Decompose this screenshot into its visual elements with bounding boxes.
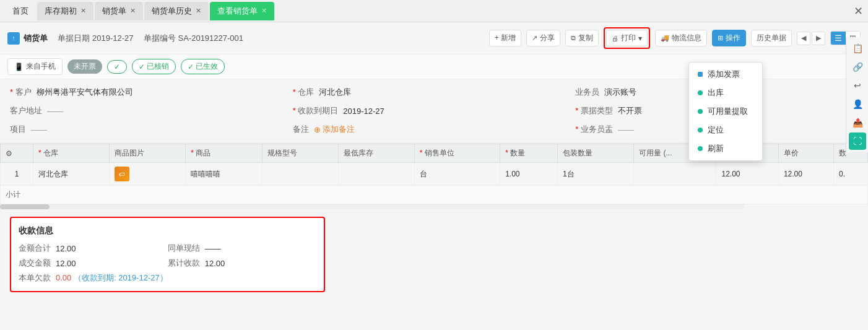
tab-view-close[interactable]: ✕ [261, 7, 267, 15]
document-meta: 单据日期 2019-12-27 单据编号 SA-20191227-001 [58, 33, 243, 44]
tab-home[interactable]: 首页 [5, 2, 36, 20]
salesperson-value: 演示账号 [604, 87, 636, 98]
document-title: 销货单 [24, 33, 48, 44]
document-icon: ↑ [7, 32, 20, 45]
tab-sales-close[interactable]: ✕ [130, 7, 136, 15]
new-button[interactable]: + 新增 [489, 30, 521, 46]
current-owed-row: 本单欠款 0.00 （收款到期: 2019-12-27） [19, 272, 168, 284]
col-settings[interactable]: ⚙ [1, 144, 33, 163]
document-header: ↑ 销货单 单据日期 2019-12-27 单据编号 SA-20191227-0… [0, 22, 868, 54]
print-button[interactable]: 🖨 打印 ▾ [606, 30, 648, 46]
next-arrow[interactable]: ▶ [812, 32, 825, 45]
sidebar-return-icon[interactable]: ↩ [849, 77, 866, 94]
scroll-thumb[interactable] [0, 204, 50, 209]
subtotal-label: 小计 [1, 186, 868, 204]
row-amount: 0. [834, 163, 868, 186]
from-phone-button[interactable]: 📱 来自手机 [7, 58, 63, 75]
operations-dropdown: 添加发票 出库 可用量提取 定位 刷新 [688, 62, 763, 161]
cumulative-payment-value: 12.00 [205, 259, 225, 268]
tab-sales-order[interactable]: 销货单 ✕ [95, 2, 143, 20]
total-amount-label: 金额合计 [19, 243, 51, 254]
add-invoice-label: 添加发票 [708, 69, 740, 80]
col-image: 商品图片 [110, 144, 186, 163]
col-warehouse: 仓库 [33, 144, 110, 163]
prev-arrow[interactable]: ◀ [797, 32, 810, 45]
project-value: —— [31, 125, 47, 134]
row-unit-price: 12.00 [778, 163, 833, 186]
window-close-button[interactable]: ✕ [854, 4, 863, 18]
row-image: 🏷 [110, 163, 186, 186]
row-spec [262, 163, 338, 186]
phone-icon: 📱 [14, 63, 24, 71]
payment-date-label: 收款到期日 [293, 105, 339, 116]
row-unit: 台 [414, 163, 500, 186]
row-warehouse: 河北仓库 [33, 163, 110, 186]
salesperson-label: 业务员 [575, 87, 599, 98]
tab-history-label: 销货单历史 [152, 6, 192, 17]
print-dropdown-arrow: ▾ [638, 34, 642, 43]
payment-info-box: 收款信息 金额合计 12.00 同单现结 —— 成交金额 12.00 累计收款 … [10, 217, 325, 292]
note-label: 备注 [293, 124, 309, 135]
payment-grid: 金额合计 12.00 同单现结 —— 成交金额 12.00 累计收款 12.00… [19, 243, 316, 284]
copy-button[interactable]: ⧉ 复制 [565, 30, 599, 46]
tab-bar: 首页 库存期初 ✕ 销货单 ✕ 销货单历史 ✕ 查看销货单 ✕ ✕ [0, 0, 868, 22]
tab-home-label: 首页 [12, 6, 28, 17]
not-open-ticket-button[interactable]: 未开票 [67, 59, 102, 74]
col-unit-price: 单价 [778, 144, 833, 163]
locate-label: 定位 [708, 124, 724, 136]
dropdown-locate[interactable]: 定位 [689, 121, 762, 139]
history-button[interactable]: 历史单据 [751, 30, 792, 46]
plus-icon: ⊕ [314, 125, 321, 134]
sidebar-clipboard-icon[interactable]: 📋 [849, 40, 866, 57]
number-label: 单据编号 [144, 33, 176, 44]
logistics-button[interactable]: 🚚 物流信息 [655, 30, 707, 46]
dropdown-refresh[interactable]: 刷新 [689, 139, 762, 158]
sales-rep-value: —— [618, 125, 634, 134]
tab-view-sales[interactable]: 查看销货单 ✕ [210, 2, 274, 20]
already-effect-button[interactable]: ✓ 已生效 [181, 59, 225, 74]
dropdown-available-qty[interactable]: 可用量提取 [689, 102, 762, 121]
add-note-button[interactable]: ⊕ 添加备注 [314, 124, 355, 135]
already-sold-button[interactable]: ✓ 已核销 [132, 59, 176, 74]
address-label: 客户地址 [10, 105, 42, 116]
tab-inventory-init[interactable]: 库存期初 ✕ [37, 2, 93, 20]
payment-date-value: 2019-12-27 [343, 106, 384, 116]
sidebar-expand-icon[interactable]: ⛶ [849, 132, 866, 150]
col-product: 商品 [186, 144, 262, 163]
col-spec: 规格型号 [262, 144, 338, 163]
sidebar-link-icon[interactable]: 🔗 [849, 58, 866, 76]
print-button-highlight: 🖨 打印 ▾ [604, 27, 650, 49]
row-min-stock [338, 163, 414, 186]
total-amount-value: 12.00 [56, 244, 76, 253]
sidebar-user-icon[interactable]: 👤 [849, 95, 866, 113]
warehouse-label: 仓库 [293, 87, 315, 98]
date-label: 单据日期 [58, 33, 90, 44]
same-bill-value: —— [205, 244, 221, 253]
tab-sales-history[interactable]: 销货单历史 ✕ [144, 2, 209, 20]
share-button[interactable]: ↗ 分享 [526, 30, 560, 46]
cumulative-payment-label: 累计收款 [168, 258, 200, 269]
horizontal-scrollbar[interactable] [0, 204, 744, 209]
warehouse-row: 仓库 河北仓库 [293, 87, 576, 98]
operations-button[interactable]: ⊞ 操作 [712, 30, 746, 46]
check-icon: ✓ [139, 63, 145, 71]
col-unit: 销售单位 [414, 144, 500, 163]
nav-arrows: ◀ ▶ [797, 32, 825, 45]
add-invoice-icon [698, 72, 703, 77]
project-label: 项目 [10, 124, 26, 135]
sidebar-export-icon[interactable]: 📤 [849, 114, 866, 131]
row-pack-qty: 1台 [558, 163, 634, 186]
tab-history-close[interactable]: ✕ [196, 7, 201, 15]
done-button[interactable]: ✓ [107, 60, 127, 74]
dropdown-outbound[interactable]: 出库 [689, 84, 762, 102]
same-bill-label: 同单现结 [168, 243, 200, 254]
row-product: 嘻嘻嘻嘻 [186, 163, 262, 186]
available-qty-label: 可用量提取 [708, 106, 748, 117]
number-value: SA-20191227-001 [178, 33, 244, 43]
tab-inventory-close[interactable]: ✕ [80, 7, 86, 15]
current-owed-label: 本单欠款 [19, 272, 51, 284]
check-icon2: ✓ [188, 63, 194, 71]
project-row: 项目 —— [10, 124, 293, 135]
list-view-btn[interactable]: ☰ [831, 32, 846, 45]
dropdown-add-invoice[interactable]: 添加发票 [689, 65, 762, 84]
